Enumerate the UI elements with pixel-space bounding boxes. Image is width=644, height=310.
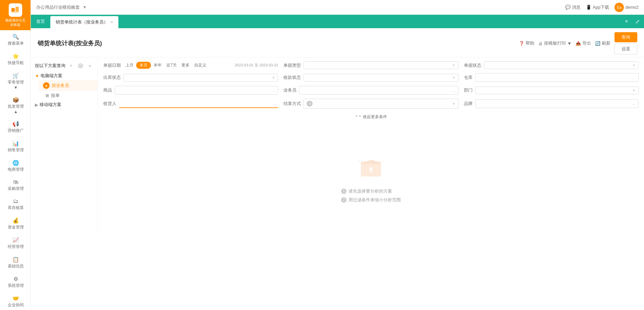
collapse-icon: ⌃⌃: [355, 115, 362, 119]
sidebar-item-finance[interactable]: 💰 资金管理: [0, 214, 31, 234]
date-tab-custom[interactable]: 自定义: [192, 62, 208, 69]
dept-label: 部门: [464, 87, 473, 93]
date-label: 单据日期: [103, 62, 121, 68]
salesperson-dots[interactable]: ...: [452, 88, 455, 93]
payment-method-label: 结算方式: [283, 101, 301, 107]
sidebar-item-system[interactable]: ⚙ 系统管理: [0, 272, 31, 292]
message-button[interactable]: 💬 消息: [565, 4, 581, 10]
query-button[interactable]: 查询: [614, 32, 637, 42]
sidebar-logo[interactable]: 畅捷通好生意标账版: [0, 0, 31, 30]
app-download-button[interactable]: 📱 App下载: [586, 4, 609, 10]
tab-spacer: [118, 15, 620, 28]
date-tab-this-month[interactable]: 本月: [136, 62, 151, 69]
tree-parent-pc[interactable]: ▼ 电脑端方案: [31, 71, 98, 80]
sidebar-item-operations[interactable]: 📈 经营管理: [0, 234, 31, 253]
body-layout: 按以下方案查询 + «: [31, 57, 644, 235]
window-close-btn[interactable]: ×: [623, 17, 631, 25]
window-expand-btn[interactable]: ⤢: [633, 17, 641, 25]
receipt-status-label: 收款状态: [283, 74, 301, 81]
scheme-settings-button[interactable]: [77, 62, 84, 69]
tree-child-by-salesperson[interactable]: ● 按业务员: [39, 80, 98, 91]
tree-mobile-label: 移动端方案: [40, 102, 61, 108]
add-scheme-button[interactable]: +: [67, 62, 75, 69]
svg-rect-1: [15, 7, 19, 12]
goods-dots[interactable]: ...: [272, 88, 275, 93]
collapse-button[interactable]: ⌃⌃ 收起更多条件: [355, 114, 387, 120]
sidebar-item-ecommerce[interactable]: 🌐 电商管理: [0, 156, 31, 176]
page-header: 销货单统计表(按业务员) ❓ 帮助 🖨 按模板打印 ▼ 📤 导出: [31, 28, 644, 57]
tab-actions: × ⤢: [620, 15, 644, 28]
tree-pc-label: 电脑端方案: [41, 73, 62, 79]
brand-input[interactable]: ...: [475, 99, 639, 108]
receipt-status-select[interactable]: ▼: [304, 74, 458, 82]
out-status-label: 出库状态: [103, 74, 121, 81]
header-dropdown-icon[interactable]: ▼: [83, 5, 87, 10]
sidebar-item-retail[interactable]: 🛒 零售管理 ▼: [0, 69, 31, 93]
tab-close-icon[interactable]: ×: [111, 20, 113, 24]
bill-status-filter: 单据状态 ▼: [464, 61, 639, 69]
tree-sub-child-by-order[interactable]: ⊞ 按单: [39, 91, 98, 100]
sidebar-item-enterprise[interactable]: 🤝 企业协同: [0, 292, 31, 310]
help-button[interactable]: ❓ 帮助: [519, 40, 534, 46]
goods-label: 商品: [103, 87, 112, 93]
sidebar-item-search-menu[interactable]: 🔍 搜索菜单: [0, 30, 31, 50]
print-button[interactable]: 🖨 按模板打印 ▼: [538, 40, 572, 46]
sidebar-item-quick-nav[interactable]: ⭐ 快捷导航: [0, 50, 31, 69]
warehouse-dots[interactable]: ...: [632, 75, 636, 80]
sidebar-item-sales[interactable]: 📊 销售管理: [0, 137, 31, 156]
warehouse-input[interactable]: ...: [475, 73, 639, 82]
goods-input[interactable]: ...: [115, 86, 278, 95]
sidebar-item-inventory[interactable]: 🗂 库存核算: [0, 195, 31, 214]
collapse-panel-button[interactable]: «: [86, 62, 94, 69]
print-icon: 🖨: [538, 41, 543, 46]
consignee-input[interactable]: [119, 100, 278, 108]
sidebar-item-marketing[interactable]: 📢 营销推广: [0, 117, 31, 137]
page-container: 销货单统计表(按业务员) ❓ 帮助 🖨 按模板打印 ▼ 📤 导出: [31, 28, 644, 310]
consignee-input-wrapper: ...: [119, 100, 278, 108]
bill-status-select[interactable]: ▼: [484, 61, 639, 69]
brand-dots[interactable]: ...: [632, 101, 636, 106]
empty-tip-2: 2 用过滤条件来缩小分析范围: [341, 196, 401, 204]
out-status-select[interactable]: ▼: [123, 74, 278, 82]
print-dropdown-icon: ▼: [567, 41, 572, 46]
date-tab-more[interactable]: 更多: [179, 62, 192, 69]
user-avatar-area[interactable]: Ea demo2: [614, 3, 639, 12]
payment-method-clear[interactable]: ×: [307, 101, 313, 107]
tree-expand-icon: ▼: [35, 73, 39, 79]
svg-point-11: [359, 160, 360, 161]
refresh-button[interactable]: 🔄 刷新: [595, 40, 610, 46]
export-button[interactable]: 📤 导出: [576, 40, 591, 46]
sidebar-item-basic-info[interactable]: 📋 基础信息: [0, 253, 31, 272]
date-tabs-container: 上月 本月 本年 近7天 更多 自定义: [123, 62, 232, 69]
tree-parent-mobile[interactable]: ▶ 移动端方案: [31, 100, 98, 109]
svg-rect-10: [370, 169, 372, 172]
consignee-dots[interactable]: ...: [273, 101, 277, 106]
tree-active-icon: ●: [43, 82, 50, 89]
brand-label: 品牌: [464, 101, 473, 107]
consignee-filter: 收货人 ...: [103, 100, 278, 108]
svg-point-4: [80, 65, 81, 66]
date-tab-this-year[interactable]: 本年: [152, 62, 164, 69]
date-tab-7days[interactable]: 近7天: [164, 62, 179, 69]
sidebar-item-wholesale[interactable]: 📦 批发管理 ▲: [0, 93, 31, 117]
sidebar-item-purchase[interactable]: 🛍 采购管理: [0, 176, 31, 195]
tree-child-container: ● 按业务员 ⊞ 按单: [31, 80, 98, 100]
bill-type-select[interactable]: ▼: [304, 61, 458, 69]
settings-button[interactable]: 设置: [614, 44, 637, 54]
payment-method-select[interactable]: × ▼: [304, 99, 458, 109]
tab-sales-stats[interactable]: 销货单统计表（按业务员） ×: [50, 16, 118, 28]
sub-child-icon: ⊞: [46, 93, 49, 98]
brand-filter: 品牌 ...: [464, 99, 639, 108]
bill-status-label: 单据状态: [464, 62, 481, 68]
bill-type-filter: 单据类型 ▼: [283, 61, 458, 69]
refresh-icon: 🔄: [595, 41, 600, 46]
tab-home[interactable]: 首页: [31, 15, 50, 28]
collapse-bar: ⌃⌃ 收起更多条件: [103, 111, 639, 121]
download-icon: 📱: [586, 5, 591, 10]
salesperson-input[interactable]: ...: [299, 86, 458, 95]
help-icon: ❓: [519, 41, 524, 46]
header-left: 办公用品行业模拟账套 ▼: [36, 4, 87, 10]
dept-select[interactable]: ▼: [475, 87, 639, 94]
date-tab-last-month[interactable]: 上月: [123, 62, 136, 69]
date-range-display: 2023-03-01 至 2023-03-31: [235, 63, 278, 68]
